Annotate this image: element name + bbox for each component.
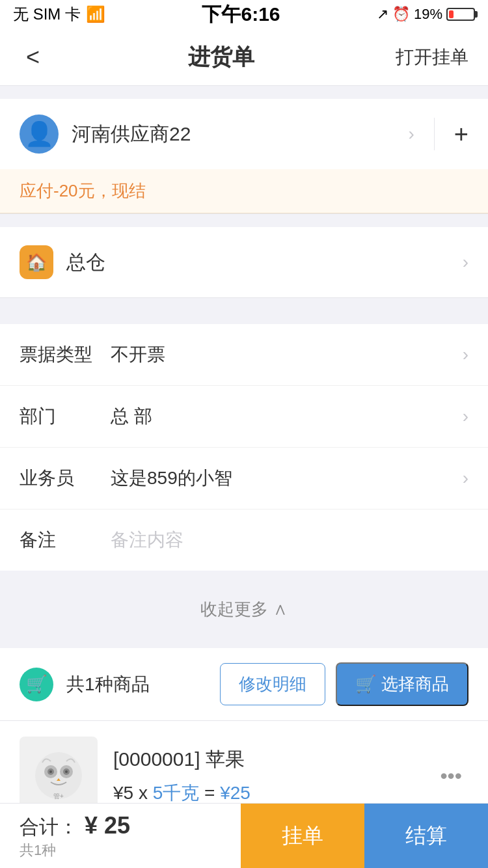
supplier-section: 👤 河南供应商22 › + 应付-20元，现结 <box>0 99 488 214</box>
open-hang-button[interactable]: 打开挂单 <box>396 45 468 70</box>
equals-sign: = <box>204 783 220 803</box>
modify-detail-button[interactable]: 修改明细 <box>220 663 325 705</box>
form-section: 票据类型 不开票 › 部门 总 部 › 业务员 这是859的小智 › 备注 备注… <box>0 324 488 571</box>
unit-price: ¥5 <box>113 783 133 803</box>
alarm-icon: ⏰ <box>392 6 410 23</box>
footer-total: 合计： ¥ 25 共1种 <box>0 804 241 868</box>
remark-input[interactable]: 备注内容 <box>111 528 468 552</box>
department-value: 总 部 <box>111 404 463 429</box>
collapse-button[interactable]: 收起更多 ∧ <box>0 584 488 635</box>
warehouse-section: 🏠 总仓 › <box>0 227 488 298</box>
more-button[interactable]: ••• <box>433 757 468 794</box>
product-total: ¥25 <box>220 783 251 803</box>
salesperson-label: 业务员 <box>20 466 98 491</box>
form-row-salesperson[interactable]: 业务员 这是859的小智 › <box>0 448 488 509</box>
invoice-value: 不开票 <box>111 342 463 367</box>
footer-bar: 合计： ¥ 25 共1种 挂单 结算 <box>0 803 488 868</box>
svg-point-5 <box>49 770 52 773</box>
checkout-button[interactable]: 结算 <box>364 804 488 868</box>
chevron-right-icon: › <box>408 124 414 144</box>
owl-logo: 管+ <box>33 750 85 802</box>
location-icon: ↗ <box>377 6 388 23</box>
footer-total-row: 合计： ¥ 25 <box>20 812 221 841</box>
warehouse-row[interactable]: 🏠 总仓 › <box>0 227 488 298</box>
supplier-row[interactable]: 👤 河南供应商22 › + <box>0 99 488 169</box>
salesperson-value: 这是859的小智 <box>111 466 463 491</box>
product-code: [0000001] <box>113 748 200 770</box>
status-time: 下午6:16 <box>202 1 280 28</box>
total-amount: ¥ 25 <box>85 812 130 839</box>
add-button[interactable]: + <box>454 120 468 148</box>
svg-text:管+: 管+ <box>53 793 64 800</box>
products-header: 🛒 共1种商品 修改明细 🛒 选择商品 <box>0 648 488 721</box>
nav-bar: < 进货单 打开挂单 <box>0 29 488 86</box>
products-icon: 🛒 <box>20 668 53 701</box>
divider <box>434 118 435 150</box>
chevron-right-icon: › <box>463 468 468 489</box>
total-sub: 共1种 <box>20 841 221 860</box>
avatar: 👤 <box>20 115 59 154</box>
status-bar: 无 SIM 卡 📶 下午6:16 ↗ ⏰ 19% <box>0 0 488 29</box>
product-price: ¥5 x 5千克 = ¥25 <box>113 781 418 806</box>
carrier-text: 无 SIM 卡 <box>13 4 81 25</box>
battery-percent: 19% <box>414 6 442 23</box>
supplier-name: 河南供应商22 <box>72 121 408 148</box>
form-row-department[interactable]: 部门 总 部 › <box>0 386 488 448</box>
battery-icon <box>446 8 475 21</box>
product-title: 苹果 <box>206 748 245 770</box>
svg-point-6 <box>65 770 68 773</box>
form-row-invoice[interactable]: 票据类型 不开票 › <box>0 324 488 386</box>
department-label: 部门 <box>20 404 98 429</box>
cart-icon: 🛒 <box>355 674 376 694</box>
price-separator: x <box>139 783 153 803</box>
products-count: 共1种商品 <box>66 672 220 697</box>
wifi-icon: 📶 <box>86 5 105 23</box>
chevron-right-icon: › <box>463 252 468 273</box>
chevron-right-icon: › <box>463 406 468 427</box>
invoice-label: 票据类型 <box>20 342 98 367</box>
quantity: 5千克 <box>153 783 200 803</box>
remark-label: 备注 <box>20 528 98 552</box>
product-info: [0000001] 苹果 ¥5 x 5千克 = ¥25 <box>113 746 418 806</box>
status-right: ↗ ⏰ 19% <box>377 6 475 23</box>
total-label: 合计： <box>20 814 78 841</box>
select-product-button[interactable]: 🛒 选择商品 <box>336 662 468 706</box>
chevron-right-icon: › <box>463 344 468 365</box>
page-title: 进货单 <box>188 42 254 72</box>
hang-button[interactable]: 挂单 <box>241 804 364 868</box>
warehouse-icon: 🏠 <box>20 245 53 279</box>
status-left: 无 SIM 卡 📶 <box>13 4 105 25</box>
back-button[interactable]: < <box>20 37 46 77</box>
form-row-remark[interactable]: 备注 备注内容 <box>0 509 488 571</box>
product-name: [0000001] 苹果 <box>113 746 418 773</box>
balance-notice: 应付-20元，现结 <box>0 169 488 213</box>
warehouse-name: 总仓 <box>66 249 463 276</box>
select-product-label: 选择商品 <box>381 673 449 696</box>
supplier-actions: › + <box>408 118 468 150</box>
